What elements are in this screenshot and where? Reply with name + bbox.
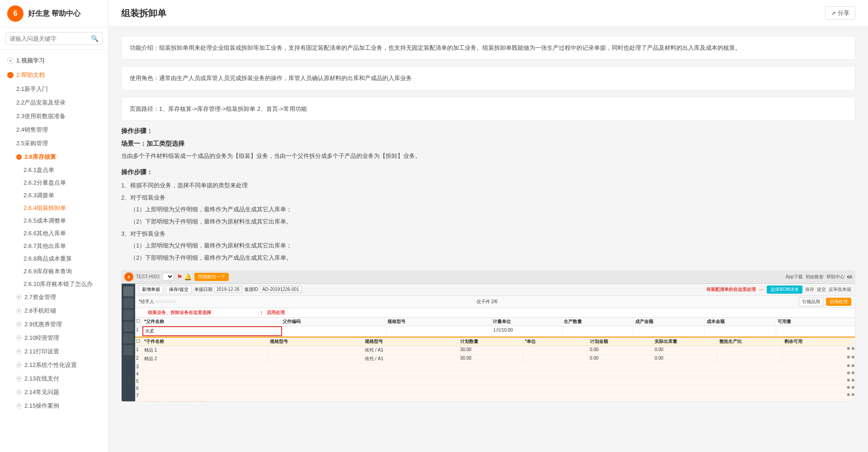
ss-sub-td-planqty1: 30.00 xyxy=(458,346,523,354)
sidebar-item-213[interactable]: + 2.13在线支付 xyxy=(0,372,108,385)
sidebar-item-27[interactable]: + 2.7资金管理 xyxy=(0,290,108,304)
sidebar-item-215[interactable]: + 2.15操作案例 xyxy=(0,399,108,413)
ss-sub-row7: 7 ⊕⊗ xyxy=(135,392,855,400)
ss-btn-new[interactable]: 新增单据 xyxy=(139,285,163,294)
share-label: 分享 xyxy=(838,9,849,17)
sidebar-label-212: 2.12系统个性化设置 xyxy=(24,361,77,369)
ss-sub-row6: 6 ⊕⊗ xyxy=(135,385,855,392)
ss-empty3-n: 3 xyxy=(135,363,142,370)
ss-sub-row1: 1 精品 1 依托 / A1 30.00 0.00 0.00 ⊕⊗ xyxy=(135,346,855,355)
ss-code: TEST-H002 xyxy=(136,274,160,279)
ss-nav-item5 xyxy=(123,333,133,343)
main-content: 组装拆卸单 ↗ 分享 功能介绍：组装拆卸单用来处理企业组装或拆卸等加工业务，支持… xyxy=(108,0,868,452)
nav-toggle-docs: − xyxy=(7,72,14,78)
step2b: （2）下部明细为子件明细，最终作为原材料生成其它出库单。 xyxy=(121,216,855,228)
sidebar-item-214[interactable]: + 2.14常见问题 xyxy=(0,385,108,399)
path-text: 页面路径：1、库存核算->库存管理->组装拆卸单 2、首页->常用功能 xyxy=(130,105,307,112)
sidebar-item-25[interactable]: 2.5采购管理 xyxy=(0,137,108,150)
ss-sub-td-actual2: 0.00 xyxy=(653,355,717,363)
sidebar-item-265[interactable]: 2.6.5成本调整单 xyxy=(0,214,108,227)
share-icon: ↗ xyxy=(831,10,836,17)
step1: 1、根据不同的业务，选择不同单据的类型来处理 xyxy=(121,180,855,191)
sidebar-item-267[interactable]: 2.6.7其他出库单 xyxy=(0,240,108,252)
sidebar-item-28[interactable]: + 2.8手机旺铺 xyxy=(0,304,108,318)
ss-nav-item2 xyxy=(123,298,133,308)
sidebar-item-210[interactable]: + 2.10经营管理 xyxy=(0,331,108,345)
ss-sub-td-unit1 xyxy=(523,346,588,354)
ss-th-parent-name: *父件名称 xyxy=(142,318,281,326)
ss-sub-table: ☐ *子件名称 规格型号 规格型号 计划数量 *单位 计划金额 实际出库量 整批… xyxy=(135,337,855,401)
sidebar-item-2610[interactable]: 2.6.10库存账本错了怎么办 xyxy=(0,278,108,290)
ss-sub-th-check: ☐ xyxy=(135,338,142,346)
ss-enable-box[interactable]: 引领品用 xyxy=(799,297,823,306)
ss-sub-td-batch1 xyxy=(717,346,782,354)
search-icon[interactable]: 🔍 xyxy=(91,35,99,42)
scene1-title: 场景一：加工类型选择 xyxy=(121,140,855,148)
ss-table-row1: 1 光柔 1只/10.00 xyxy=(135,326,855,337)
ss-main-panel: 新增单据 保存/提交 单据日期 2019-12-26 集团ID AD-20191… xyxy=(135,284,855,401)
sidebar-item-26[interactable]: − 2.6库存核算 xyxy=(0,150,108,164)
sidebar-item-269[interactable]: 2.6.9库存账本查询 xyxy=(0,265,108,278)
sidebar-label-27: 2.7资金管理 xyxy=(24,293,56,301)
ss-empty3-rest xyxy=(142,363,847,370)
ss-nav-item6 xyxy=(123,345,133,355)
nav-tree: + 1.视频学习 − 2.帮助文档 2.1新手入门 2.2产品安装及登录 2.3… xyxy=(0,50,108,452)
sidebar-item-266[interactable]: 2.6.6其他入库单 xyxy=(0,227,108,240)
sidebar-item-268[interactable]: 2.6.8商品成本重算 xyxy=(0,252,108,265)
sidebar-item-262[interactable]: 2.6.2分量盘点单 xyxy=(0,176,108,189)
ss-sub-th-planqty: 计划数量 xyxy=(458,338,523,346)
share-button[interactable]: ↗ 分享 xyxy=(825,6,855,20)
ss-sub-th-spec1: 规格型号 xyxy=(268,338,363,346)
ss-th-spec: 规格型号 xyxy=(386,318,491,326)
ss-annotation1-arrow: → xyxy=(758,286,764,293)
sidebar-label-211: 2.11打印设置 xyxy=(24,347,59,356)
sidebar-item-22[interactable]: 2.2产品安装及登录 xyxy=(0,96,108,109)
ss-date-field: 单据日期 2019-12-26 xyxy=(194,286,242,293)
sidebar-item-263[interactable]: 2.6.3调拨单 xyxy=(0,189,108,202)
step3b: （2）下部明细为子件明细，最终作为产成品生成其它入库单。 xyxy=(121,252,855,264)
ss-btn-bom[interactable]: 选择BOM清单 xyxy=(767,285,802,294)
ss-empty7-n: 7 xyxy=(135,392,142,399)
role-text: 使用角色：通常由生产人员或库管人员完成拆装业务的操作，库管人员确认原材料的出库和… xyxy=(130,75,412,81)
search-box[interactable]: 🔍 xyxy=(5,32,103,45)
ss-th-check: ☐ xyxy=(135,318,142,326)
sidebar-item-24[interactable]: 2.4销售管理 xyxy=(0,123,108,137)
ss-date-value: 2019-12-26 xyxy=(214,286,242,293)
ss-table-header: ☐ *父件名称 父件编码 规格型号 计量单位 生产数量 成产金额 成本金额 可用… xyxy=(135,317,855,326)
ss-annotation-row: 组装业务、拆卸业务在这里选择 ↑ 启用处理 xyxy=(135,308,855,317)
ss-btn-save[interactable]: 保存/提交 xyxy=(166,285,192,294)
ss-status-icons: ⚑ 🔔 xyxy=(177,273,192,281)
nav-toggle-215: + xyxy=(16,403,22,409)
ss-sub-th-action xyxy=(847,338,855,346)
main-header: 组装拆卸单 ↗ 分享 xyxy=(108,0,868,27)
nav-toggle-212: + xyxy=(16,362,22,368)
search-input[interactable] xyxy=(9,35,91,42)
ss-btn-qiyong[interactable]: 启用处理 xyxy=(826,298,851,306)
sidebar-item-21[interactable]: 2.1新手入门 xyxy=(0,82,108,96)
ss-select[interactable] xyxy=(162,273,174,281)
sidebar-item-212[interactable]: + 2.12系统个性化设置 xyxy=(0,358,108,372)
ss-annotation4-text: 无固定清单可以直接在这里面录入 xyxy=(139,401,207,401)
ss-left-nav xyxy=(122,284,135,401)
steps-label: 操作步骤： xyxy=(121,168,855,176)
sidebar-label-22: 2.2产品安装及登录 xyxy=(16,99,66,107)
sidebar-label-215: 2.15操作案例 xyxy=(24,402,59,410)
step3: 3、对于拆装业务 xyxy=(121,228,855,240)
ss-sub-th-name: *子件名称 xyxy=(142,338,268,346)
sidebar-item-29[interactable]: + 2.9优惠券管理 xyxy=(0,318,108,331)
ss-sub-td-batch2 xyxy=(717,355,782,363)
ss-td-check1: 1 xyxy=(135,326,142,336)
sidebar-item-docs[interactable]: − 2.帮助文档 xyxy=(0,68,108,82)
ss-sub-row3: 3 ⊕⊗ xyxy=(135,363,855,371)
sidebar-item-211[interactable]: + 2.11打印设置 xyxy=(0,345,108,358)
sidebar-item-23[interactable]: 2.3使用前数据准备 xyxy=(0,109,108,123)
ss-sub-td-planamt1: 0.00 xyxy=(588,346,653,354)
sidebar-item-261[interactable]: 2.6.1盘点单 xyxy=(0,164,108,176)
ss-sub-th-batch: 整批生产比 xyxy=(717,338,782,346)
sidebar-item-264[interactable]: 2.6.4组装拆卸单 xyxy=(0,202,108,214)
ss-btn-tongqi[interactable]: 同期账结一下 xyxy=(194,273,229,281)
ss-help-link: 帮助中心 xyxy=(826,274,844,280)
page-title: 组装拆卸单 xyxy=(121,7,166,19)
sidebar-item-video[interactable]: + 1.视频学习 xyxy=(0,53,108,68)
nav-section-docs: − 2.帮助文档 2.1新手入门 2.2产品安装及登录 2.3使用前数据准备 2… xyxy=(0,68,108,413)
